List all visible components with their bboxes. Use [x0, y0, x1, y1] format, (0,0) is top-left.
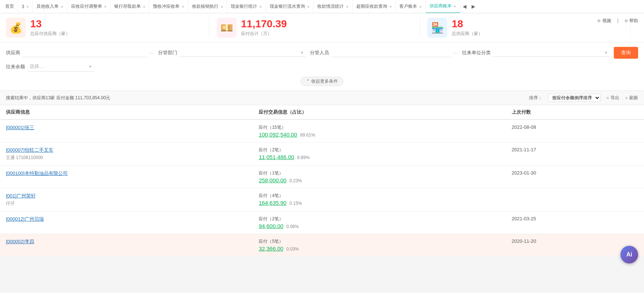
- person-label: 分管人员: [310, 49, 329, 56]
- tx-label-3: 应付（4笔）: [259, 193, 511, 199]
- tx-pct-0: 89.61%: [300, 132, 315, 138]
- nav-tab-0[interactable]: 首页: [1, 0, 18, 13]
- nav-tab-5[interactable]: 预收冲应收单×: [149, 0, 188, 13]
- category-dropdown[interactable]: ▾: [493, 49, 610, 57]
- nav-tab-11[interactable]: 客户账本×: [396, 0, 426, 13]
- tx-cell-1: 应付（2笔）11,051,486.009.89%: [259, 147, 511, 160]
- close-tab-icon-3[interactable]: ×: [104, 4, 106, 9]
- close-tab-icon-9[interactable]: ×: [346, 4, 348, 9]
- nav-tab-9[interactable]: 收款情况统计×: [314, 0, 352, 13]
- main-table: 供应商信息 应付交易信息（占比） 上次付数 [000001]张三应付（15笔）1…: [0, 105, 644, 256]
- result-bar: 搜索结果中，供应商13家 应付金额 111,703,854.00元 排序： 按应…: [0, 91, 644, 105]
- tx-cell-3: 应付（4笔）164,635.900.15%: [259, 193, 511, 206]
- nav-tab-3[interactable]: 应收应付调整单×: [67, 0, 111, 13]
- stat-label-1: 应付合计（万）: [241, 31, 287, 37]
- stat-text-2: 18总供应商（家）: [452, 19, 483, 37]
- tx-amount-4[interactable]: 94,600.00: [259, 223, 283, 229]
- nav-prev-arrow[interactable]: ◀: [460, 0, 469, 13]
- supplier-link-1[interactable]: [000007]恒旺二手叉车: [6, 147, 53, 153]
- category-filter: 往来单位分类 ▾: [462, 49, 610, 57]
- tx-label-4: 应付（2笔）: [259, 216, 511, 222]
- sort-select[interactable]: 按应付余额倒序排序: [548, 94, 601, 102]
- last-pay-cell-4: 2021-03-25: [512, 216, 638, 221]
- nav-tab-1[interactable]: 3×: [18, 0, 33, 13]
- supplier-link-3[interactable]: [001]广州荣轩: [6, 193, 36, 199]
- supplier-input[interactable]: [22, 48, 147, 57]
- person-filter: 分管人员 ···: [310, 48, 458, 57]
- stat-text-1: 11,170.39应付合计（万）: [241, 19, 287, 37]
- export-icon: ○: [606, 95, 609, 100]
- close-tab-icon-11[interactable]: ×: [419, 4, 421, 9]
- tx-amount-3[interactable]: 164,635.90: [259, 200, 286, 206]
- close-tab-icon-8[interactable]: ×: [307, 4, 309, 9]
- tx-label-0: 应付（15笔）: [259, 124, 511, 131]
- dept-arrow: ▾: [301, 50, 303, 55]
- search-button[interactable]: 查询: [614, 47, 638, 59]
- tx-pct-1: 9.89%: [297, 155, 309, 160]
- filter-row-2: 往来余额 选择... ▾: [6, 62, 638, 72]
- supplier-dots[interactable]: ···: [150, 50, 154, 56]
- nav-next-arrow[interactable]: ▶: [469, 0, 478, 13]
- supplier-cell-0: [000001]张三: [6, 124, 259, 131]
- collapse-bar: ⌃ 收起更多条件: [6, 75, 638, 87]
- tx-pct-4: 0.08%: [286, 224, 299, 229]
- tx-pct-5: 0.03%: [286, 247, 299, 252]
- stat-text-0: 13总应付供应商（家）: [30, 19, 70, 37]
- table-row: [000012]广州贝瑞应付（2笔）94,600.000.08%2021-03-…: [0, 211, 644, 234]
- help-link[interactable]: ⊙ 帮助: [624, 18, 638, 24]
- close-tab-icon-10[interactable]: ×: [389, 4, 392, 9]
- close-tab-icon-7[interactable]: ×: [259, 4, 262, 9]
- refresh-label: 刷新: [629, 95, 638, 101]
- nav-tab-12[interactable]: 供应商账本×: [426, 0, 460, 13]
- collapse-button[interactable]: ⌃ 收起更多条件: [301, 77, 343, 86]
- tx-cell-5: 应付（5笔）32,366.000.03%: [259, 238, 511, 252]
- tx-amount-2[interactable]: 258,000.00: [259, 177, 286, 183]
- export-button[interactable]: ○ 导出: [606, 95, 619, 101]
- nav-tab-6[interactable]: 收款核销执行×: [188, 0, 227, 13]
- stat-number-0: 13: [30, 19, 70, 29]
- tx-amount-5[interactable]: 32,366.00: [259, 245, 283, 252]
- close-tab-icon-12[interactable]: ×: [454, 4, 456, 8]
- person-input[interactable]: [331, 48, 451, 57]
- header-tools: ⊙ 视频 ｜ ⊙ 帮助: [597, 18, 638, 24]
- supplier-link-5[interactable]: [000002]李四: [6, 239, 34, 244]
- dept-label: 分管部门: [158, 49, 177, 56]
- tx-pct-3: 0.15%: [289, 201, 302, 206]
- supplier-cell-1: [000007]恒旺二手叉车王通 17106110000: [6, 147, 259, 161]
- nav-tab-4[interactable]: 银行存取款单×: [111, 0, 149, 13]
- top-navigation: 首页3×其他收入单×应收应付调整单×银行存取款单×预收冲应收单×收款核销执行×现…: [0, 0, 644, 13]
- nav-tab-8[interactable]: 现金银行流水查询×: [266, 0, 314, 13]
- col-header-supplier: 供应商信息: [6, 109, 259, 116]
- supplier-cell-2: [000100]本特勤油品有限公司: [6, 170, 259, 177]
- close-tab-icon-4[interactable]: ×: [143, 4, 145, 9]
- supplier-label: 供应商: [6, 49, 20, 56]
- refresh-button[interactable]: ○ 刷新: [625, 95, 638, 101]
- dept-dropdown[interactable]: ▾: [179, 49, 306, 57]
- tx-label-2: 应付（1笔）: [259, 170, 511, 176]
- table-row: [001]广州荣轩仔仔应付（4笔）164,635.900.15%: [0, 188, 644, 211]
- stat-block-1: 💴11,170.39应付合计（万）: [217, 18, 420, 38]
- video-link[interactable]: ⊙ 视频: [597, 18, 611, 24]
- supplier-link-2[interactable]: [000100]本特勤油品有限公司: [6, 170, 68, 176]
- supplier-sub-3: 仔仔: [6, 200, 259, 207]
- tx-amount-1[interactable]: 11,051,486.00: [259, 154, 294, 160]
- col-header-lastpay: 上次付数: [512, 109, 638, 116]
- supplier-cell-4: [000012]广州贝瑞: [6, 216, 259, 223]
- close-tab-icon-2[interactable]: ×: [61, 4, 63, 9]
- close-tab-icon-6[interactable]: ×: [221, 4, 223, 9]
- table-header: 供应商信息 应付交易信息（占比） 上次付数: [0, 105, 644, 120]
- nav-tab-2[interactable]: 其他收入单×: [33, 0, 67, 13]
- nav-tab-7[interactable]: 现金银行统计×: [227, 0, 266, 13]
- balance-dropdown[interactable]: 选择... ▾: [27, 62, 94, 72]
- supplier-link-0[interactable]: [000001]张三: [6, 125, 34, 130]
- last-pay-cell-1: 2021-11-17: [512, 147, 638, 152]
- filter-row-1: 供应商 ··· 分管部门 ▾ 分管人员 ··· 往来单位分类 ▾ 查询: [6, 47, 638, 59]
- tx-amount-0[interactable]: 100,092,540.00: [259, 131, 297, 138]
- person-dots[interactable]: ···: [454, 50, 458, 56]
- nav-tab-10[interactable]: 超期应收款查询×: [353, 0, 396, 13]
- stat-label-0: 总应付供应商（家）: [30, 31, 70, 37]
- close-tab-icon-1[interactable]: ×: [27, 4, 29, 9]
- tx-label-5: 应付（5笔）: [259, 238, 511, 245]
- supplier-link-4[interactable]: [000012]广州贝瑞: [6, 216, 44, 222]
- close-tab-icon-5[interactable]: ×: [182, 4, 184, 9]
